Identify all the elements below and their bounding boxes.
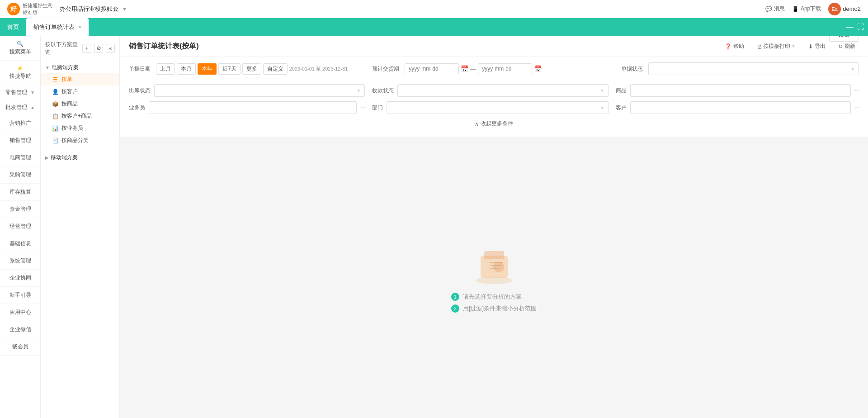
sidebar-item-basic[interactable]: 基础信息 (0, 235, 40, 252)
out-status-arrow: ▼ (356, 88, 361, 93)
sidebar-item-member[interactable]: 畅会员 (0, 338, 40, 356)
department-select[interactable]: ▼ (387, 101, 608, 114)
customer-input[interactable] (630, 101, 851, 114)
customer-dots[interactable]: ··· (854, 104, 859, 112)
status-label: 单据状态 (621, 65, 643, 73)
hint-num-2: 2 (451, 304, 459, 313)
out-status-select[interactable]: ▼ (154, 84, 365, 97)
sidebar-item-enterprise[interactable]: 企业协同 (0, 270, 40, 287)
app-download-action[interactable]: 📱 App下载 (792, 5, 821, 13)
top-bar: 好 畅捷通好生意 标准版 办公用品行业模拟账套 ▼ 💬 消息 📱 App下载 E… (0, 0, 868, 18)
nav-icon: ⚡ (17, 65, 24, 71)
scheme-item-by-product[interactable]: 📦 按商品 (41, 98, 119, 110)
tab-active[interactable]: 销售订单统计表 × (26, 18, 89, 36)
sidebar-item-finance[interactable]: 资金管理 (0, 201, 40, 218)
sidebar-item-sales[interactable]: 销售管理 (0, 132, 40, 149)
sidebar-item-marketing[interactable]: 营销推广 (0, 115, 40, 132)
help-btn[interactable]: ❓ 帮助 (721, 41, 748, 52)
sidebar-item-wholesale[interactable]: 批发管理▲ (0, 100, 40, 115)
scheme-item-by-customer[interactable]: 👤 按客户 (41, 86, 119, 98)
product-dots[interactable]: ··· (854, 86, 859, 95)
scheme-item-by-order[interactable]: ☰ 按单 (41, 73, 119, 86)
scheme-item-by-category[interactable]: 📑 按商品分类 (41, 134, 119, 147)
app-title: 办公用品行业模拟账套 (60, 5, 118, 13)
expected-date-group: 📅 — 📅 (405, 63, 615, 74)
product-input[interactable] (630, 84, 851, 97)
sidebar-item-retail[interactable]: 零售管理▼ (0, 85, 40, 100)
by-order-icon: ☰ (52, 76, 59, 83)
settings-scheme-btn[interactable]: ⚙ (94, 44, 103, 53)
scheme-item-by-salesperson[interactable]: 📊 按业务员 (41, 122, 119, 134)
main-layout: 🔍 搜索菜单 ⚡ 快捷导航 零售管理▼ 批发管理▲ 营销推广 销售管理 电商管理… (0, 36, 868, 418)
sidebar-item-system[interactable]: 系统管理 (0, 252, 40, 270)
last7-btn[interactable]: 近7天 (218, 63, 241, 75)
last-month-btn[interactable]: 上月 (156, 63, 175, 75)
help-icon: ❓ (725, 43, 731, 50)
collapse-panel-btn[interactable]: « (106, 44, 115, 53)
cal-icon-start[interactable]: 📅 (461, 65, 468, 72)
department-cell: 部门 ▼ (372, 101, 615, 114)
tab-maximize-icon[interactable]: ⛶ (857, 23, 864, 31)
app-dropdown-arrow[interactable]: ▼ (122, 6, 127, 12)
sidebar: 🔍 搜索菜单 ⚡ 快捷导航 零售管理▼ 批发管理▲ 营销推广 销售管理 电商管理… (0, 36, 41, 418)
expected-date-end[interactable] (478, 63, 532, 74)
search-icon: 🔍 (17, 41, 24, 47)
sidebar-search[interactable]: 🔍 搜索菜单 (0, 36, 40, 61)
status-arrow: ▼ (850, 66, 855, 71)
svg-rect-2 (484, 251, 504, 259)
tab-home[interactable]: 首页 (0, 18, 26, 36)
product-label: 商品 (616, 87, 627, 95)
mobile-section-title[interactable]: ▶ 移动端方案 (41, 152, 119, 163)
product-cell: 商品 ··· (616, 84, 859, 97)
expected-date-label: 预计交货期 (372, 65, 399, 73)
salesperson-dots[interactable]: ··· (360, 104, 365, 112)
salesperson-cell: 业务员 ··· (129, 101, 372, 114)
avatar: Ea (828, 3, 841, 15)
salesperson-input[interactable] (149, 101, 357, 114)
download-icon: 📱 (792, 6, 799, 12)
date-range-display: 2023-01-01 至 2023-12-31 (289, 66, 348, 72)
empty-svg (467, 242, 521, 287)
tab-close-icon[interactable]: × (78, 24, 81, 30)
sidebar-item-weixin[interactable]: 企业微信 (0, 321, 40, 338)
sidebar-item-newbie[interactable]: 新手引导 (0, 287, 40, 304)
sidebar-item-inventory[interactable]: 库存核算 (0, 184, 40, 201)
print-btn[interactable]: 🖨 按模板打印 ▼ (753, 41, 799, 52)
date-filter-group: 上月 本月 本年 近7天 更多 自定义 2023-01-01 至 2023-12… (156, 63, 367, 75)
sidebar-item-apps[interactable]: 应用中心 (0, 304, 40, 321)
tab-bar-actions: — ⛶ (846, 23, 868, 31)
wholesale-arrow: ▲ (30, 105, 35, 110)
pc-section-title[interactable]: ▼ 电脑端方案 (41, 62, 119, 73)
scheme-item-by-customer-product[interactable]: 📋 按客户+商品 (41, 110, 119, 122)
sidebar-item-operations[interactable]: 经营管理 (0, 218, 40, 235)
cal-icon-end[interactable]: 📅 (534, 65, 542, 72)
mobile-section-arrow: ▶ (45, 155, 49, 160)
sidebar-item-ecommerce[interactable]: 电商管理 (0, 149, 40, 166)
page-title: 销售订单统计表(按单) (129, 42, 199, 56)
expected-date-start[interactable] (405, 63, 459, 74)
message-action[interactable]: 💬 消息 (765, 5, 785, 13)
empty-illustration (467, 242, 521, 287)
this-month-btn[interactable]: 本月 (177, 63, 196, 75)
pc-scheme-section: ▼ 电脑端方案 ☰ 按单 👤 按客户 📦 按商品 📋 按客户+商品 📊 按业 (41, 59, 119, 149)
sidebar-quick-nav[interactable]: ⚡ 快捷导航 (0, 61, 40, 85)
export-btn[interactable]: ⬇ 导出 (805, 41, 829, 52)
collapse-btn[interactable]: ∧ 收起更多条件 (129, 116, 859, 131)
content-area: 销售订单统计表(按单) ❓ 帮助 🖨 按模板打印 ▼ ⬇ 导出 ↻ 刷新 (120, 36, 868, 418)
pay-status-select[interactable]: ▼ (397, 84, 608, 97)
logo-area: 好 畅捷通好生意 标准版 (7, 2, 52, 15)
more-btn[interactable]: 更多 (242, 63, 261, 75)
filter-area: 单据日期 上月 本月 本年 近7天 更多 自定义 2023-01-01 至 20… (120, 57, 868, 137)
empty-hint-2: 2 用[过滤]条件来缩小分析范围 (451, 304, 537, 313)
refresh-btn[interactable]: ↻ 刷新 (835, 41, 859, 52)
refresh-icon: ↻ (838, 43, 843, 50)
user-area[interactable]: Ea demo2 (828, 3, 861, 15)
add-scheme-btn[interactable]: + (82, 44, 91, 53)
this-year-btn[interactable]: 本年 (198, 63, 217, 75)
settings-btn[interactable]: 设置 (829, 36, 859, 42)
status-select[interactable]: ▼ (648, 62, 859, 75)
by-cust-prod-icon: 📋 (52, 113, 59, 119)
sidebar-item-purchase[interactable]: 采购管理 (0, 166, 40, 184)
tab-minimize-icon[interactable]: — (846, 23, 854, 31)
custom-btn[interactable]: 自定义 (263, 63, 288, 75)
